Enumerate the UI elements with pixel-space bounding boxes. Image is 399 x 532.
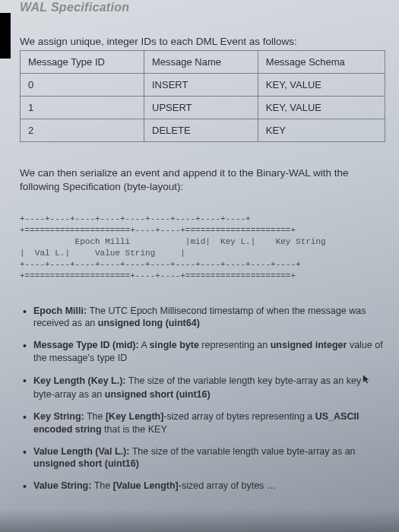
text: The size of the variable length key byte… [126, 375, 347, 386]
cell: 0 [21, 74, 144, 97]
text: The size of the variable length value by… [129, 446, 355, 457]
byte-layout-ascii: +----+----+----+----+----+----+----+----… [20, 214, 385, 281]
term: Key Length (Key L.): [33, 375, 126, 386]
left-black-strip [0, 13, 11, 59]
bold: unsigned short (uint16) [105, 389, 211, 400]
list-item: Key String: The [Key Length]-sized array… [20, 410, 385, 436]
bold: unsigned short (uint16) [33, 458, 139, 469]
cell: DELETE [144, 119, 258, 142]
page-title: WAL Specification [20, 0, 385, 14]
cell: KEY, VALUE [258, 74, 385, 97]
bold: [Key Length] [106, 411, 163, 422]
term: Key String: [33, 411, 84, 422]
text: -sized array of bytes … [179, 480, 277, 491]
cell: 2 [21, 119, 144, 142]
th-schema: Message Schema [258, 51, 385, 74]
cell: KEY, VALUE [258, 97, 385, 119]
table-row: 1 UPSERT KEY, VALUE [21, 97, 385, 119]
term: Value Length (Val L.): [33, 446, 129, 457]
cell: INSERT [144, 74, 258, 97]
list-item: Key Length (Key L.): The size of the var… [20, 374, 385, 401]
cursor-icon [361, 374, 372, 388]
cell: KEY [258, 119, 385, 142]
bold: unsigned integer [271, 340, 347, 350]
th-name: Message Name [144, 51, 258, 74]
table-row: 2 DELETE KEY [21, 119, 385, 142]
text: that is the KEY [102, 424, 167, 435]
text: -sized array of bytes representing a [163, 411, 315, 422]
dml-event-table: Message Type ID Message Name Message Sch… [20, 50, 385, 142]
bold: unsigned long (uint64) [98, 318, 200, 328]
page-content: WAL Specification We assign unique, inte… [0, 0, 399, 492]
text: The [84, 411, 106, 422]
list-item: Value Length (Val L.): The size of the v… [20, 445, 385, 471]
cell: 1 [21, 97, 144, 119]
term: Message Type ID (mid): [33, 340, 139, 350]
bold: single byte [150, 340, 199, 350]
bold: [Value Length] [113, 480, 179, 491]
cell: UPSERT [144, 97, 258, 119]
bottom-fade [0, 509, 399, 532]
field-definitions-list: Epoch Milli: The UTC Epoch Millisecond t… [20, 305, 385, 493]
intro-text: We assign unique, integer IDs to each DM… [20, 36, 385, 47]
table-row: 0 INSERT KEY, VALUE [21, 74, 385, 97]
list-item: Value String: The [Value Length]-sized a… [20, 480, 385, 492]
term: Value String: [33, 480, 91, 491]
th-type-id: Message Type ID [21, 51, 144, 74]
text: representing an [199, 340, 271, 350]
byte-layout-intro: We can then serialize an event and appen… [20, 166, 385, 194]
text: A [139, 340, 150, 350]
list-item: Message Type ID (mid): A single byte rep… [20, 339, 385, 365]
term: Epoch Milli: [33, 306, 87, 316]
list-item: Epoch Milli: The UTC Epoch Millisecond t… [20, 305, 385, 331]
text: The [91, 480, 112, 491]
table-header-row: Message Type ID Message Name Message Sch… [21, 51, 385, 74]
